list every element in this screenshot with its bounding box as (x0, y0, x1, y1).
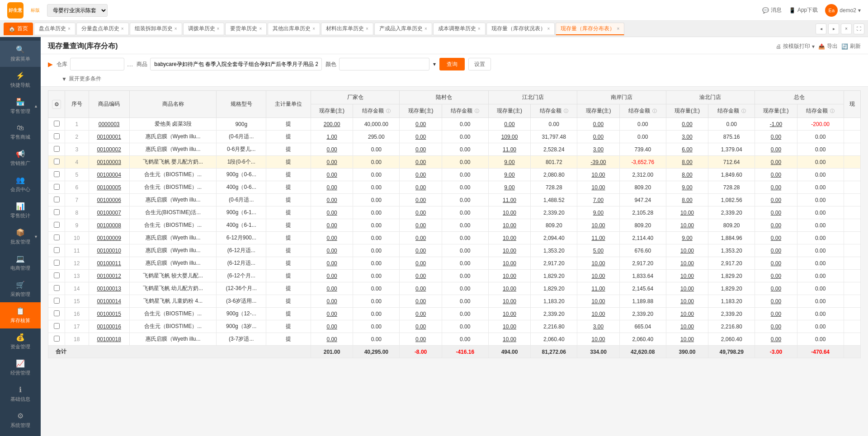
cell-checkbox[interactable] (48, 219, 65, 232)
collapse-arrow[interactable]: ▶ (48, 61, 53, 68)
sidebar-item-ecommerce[interactable]: 💻 电商管理 (0, 250, 41, 276)
cell-no: 4 (65, 156, 89, 169)
sidebar-item-search[interactable]: 🔍 搜索英单 (0, 41, 41, 67)
sidebar-item-collab[interactable]: 🤝 企业协同 (0, 433, 41, 436)
sidebar-item-operations[interactable]: 📈 经营管理 (0, 355, 41, 381)
tab-material-out[interactable]: 材料出库单历史 × (321, 23, 373, 35)
cell-spec: (6-12个月... (217, 270, 266, 282)
warehouse-dots[interactable]: ... (127, 60, 133, 68)
close-icon[interactable]: × (175, 26, 177, 31)
sidebar-item-marketing[interactable]: 📢 营销推广 (0, 145, 41, 171)
close-icon[interactable]: × (312, 26, 315, 31)
table-container[interactable]: ⚙ 序号 商品编码 商品名称 规格型号 主计量单位 厂家仓 陆村仓 江北门店 南… (41, 87, 868, 436)
tab-close-btn[interactable]: × (841, 23, 852, 34)
sidebar-item-finance[interactable]: 💰 资金管理 (0, 328, 41, 355)
app-download-btn[interactable]: 📱 App下载 (789, 6, 818, 14)
close-icon[interactable]: × (217, 26, 220, 31)
sidebar-item-retail-mgmt[interactable]: 🏪 零售管理 ▲ (0, 93, 41, 119)
cell-name: 惠氏启膜（Wyeth illu... (129, 333, 217, 346)
color-label: 颜色 (326, 61, 336, 68)
cell-checkbox[interactable] (48, 282, 65, 295)
cell-checkbox[interactable] (48, 156, 65, 169)
username: demo2 (840, 7, 856, 14)
cell-land-amt: 0.00 (442, 181, 488, 194)
close-icon[interactable]: × (617, 26, 619, 31)
cell-yubei-qty: 3.00 (666, 131, 708, 143)
search-button[interactable]: 查询 (439, 58, 465, 70)
cell-checkbox[interactable] (48, 181, 65, 194)
tab-outbound[interactable]: 其他出库单历史 × (268, 23, 320, 35)
th-unit: 主计量单位 (266, 91, 311, 118)
color-input[interactable] (339, 58, 429, 70)
sidebar-item-wholesale[interactable]: 📦 批发管理 ▼ (0, 224, 41, 250)
cell-jiangbei-amt: 728.28 (531, 181, 577, 194)
product-input[interactable] (150, 58, 322, 70)
cell-code: 00100001 (89, 131, 129, 143)
cell-checkbox[interactable] (48, 194, 65, 206)
tab-stock-dist[interactable]: 现存量（库存分布表） × (556, 23, 624, 35)
close-icon[interactable]: × (68, 26, 71, 31)
tab-stock-status[interactable]: 现存量（库存状况表） × (486, 23, 555, 35)
tab-prev-btn[interactable]: ◂ (816, 23, 826, 34)
tab-next-btn[interactable]: ▸ (828, 23, 839, 34)
refresh-btn[interactable]: 🔄 刷新 (841, 42, 861, 50)
tab-home[interactable]: 🏠 首页 (4, 23, 33, 35)
cell-jiangbei-qty: 10.00 (488, 270, 531, 282)
sidebar-item-retail-stats[interactable]: 📊 零售统计 (0, 197, 41, 224)
expand-button[interactable]: ▼ 展开更多条件 (61, 75, 101, 83)
cell-checkbox[interactable] (48, 206, 65, 219)
close-icon[interactable]: × (366, 26, 368, 31)
cell-checkbox[interactable] (48, 169, 65, 181)
sidebar-item-members[interactable]: 👥 会员中心 (0, 171, 41, 197)
sidebar-item-inventory[interactable]: 📋 库存核算 (0, 302, 41, 328)
sidebar-item-system[interactable]: ⚙ 系统管理 (0, 407, 41, 433)
user-avatar[interactable]: Ea demo2 ▾ (825, 4, 861, 17)
cell-checkbox[interactable] (48, 295, 65, 308)
close-icon[interactable]: × (425, 26, 427, 31)
close-icon[interactable]: × (478, 26, 481, 31)
tab-order-label: 要货单历史 (230, 25, 257, 33)
cell-checkbox[interactable] (48, 270, 65, 282)
sidebar-item-mall[interactable]: 🛍 零售商城 (0, 119, 41, 145)
arrow-down-icon: ▼ (34, 234, 38, 239)
sidebar-wholesale-label: 批发管理 (10, 239, 30, 245)
color-dropdown-icon[interactable]: ▾ (433, 61, 436, 67)
tab-assembly[interactable]: 组装拆卸单历史 × (130, 23, 182, 35)
cell-checkbox[interactable] (48, 333, 65, 346)
tab-order[interactable]: 要货单历史 × (225, 23, 267, 35)
industry-select[interactable]: 母婴行业演示陈套 (47, 4, 108, 17)
sidebar-item-basic-info[interactable]: ℹ 基础信息 (0, 381, 41, 407)
tab-transfer[interactable]: 调拨单历史 × (183, 23, 225, 35)
total-total-amt: -470.64 (797, 346, 844, 358)
close-icon[interactable]: × (121, 26, 124, 31)
sidebar-item-purchase[interactable]: 🛒 采购管理 (0, 276, 41, 302)
setting-button[interactable]: 设置 (468, 58, 491, 70)
cell-checkbox[interactable] (48, 257, 65, 270)
cell-checkbox[interactable] (48, 244, 65, 257)
warehouse-input[interactable] (70, 58, 124, 70)
cell-spec: 900g (217, 118, 266, 131)
basic-info-icon: ℹ (19, 385, 22, 394)
cell-nanan-amt: 809.20 (619, 219, 666, 232)
tab-inventory-check[interactable]: 盘点单历史 × (34, 23, 75, 35)
cell-unit: 提 (266, 320, 311, 333)
cell-checkbox[interactable] (48, 232, 65, 244)
tab-finished-in[interactable]: 产成品入库单历史 × (374, 23, 432, 35)
cell-checkbox[interactable] (48, 131, 65, 143)
cell-checkbox[interactable] (48, 118, 65, 131)
cell-checkbox[interactable] (48, 308, 65, 320)
sidebar-item-quicknav[interactable]: ⚡ 快捷导航 (0, 67, 41, 93)
tab-expand-btn[interactable]: ⛶ (854, 23, 864, 34)
export-btn[interactable]: 📤 导出 (818, 42, 838, 50)
tab-cost-adjust[interactable]: 成本调整单历史 × (433, 23, 486, 35)
th-jiangbei-qty: 现存量(主) (488, 104, 531, 118)
print-btn[interactable]: 🖨 按模版打印 ▾ (776, 42, 815, 50)
close-icon[interactable]: × (259, 26, 262, 31)
close-icon[interactable]: × (547, 26, 550, 31)
cell-spec: 900g（12-... (217, 308, 266, 320)
settings-icon[interactable]: ⚙ (52, 100, 61, 109)
message-btn[interactable]: 💬 消息 (762, 6, 782, 14)
cell-checkbox[interactable] (48, 320, 65, 333)
cell-checkbox[interactable] (48, 143, 65, 156)
tab-split-inventory[interactable]: 分量盘点单历史 × (76, 23, 129, 35)
